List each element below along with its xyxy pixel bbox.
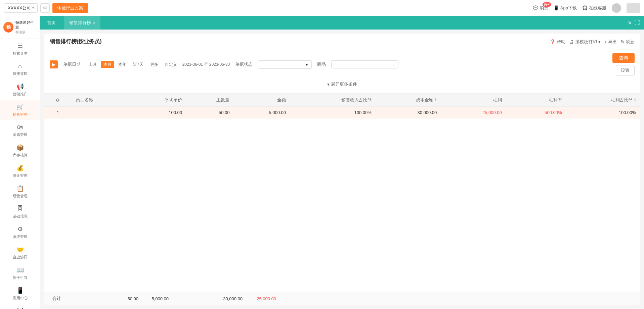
page-header: 销售排行榜(按业务员) ❓ 帮助 🖨 按模板打印 ▾ ↑ bbox=[44, 34, 640, 49]
print-button[interactable]: 🖨 按模板打印 ▾ bbox=[569, 39, 601, 45]
sidebar-icon-system: ⚙ bbox=[17, 225, 23, 233]
filter-row-1: ▶ 单据日期 上月 本月 本年 近7天 更多 自定义 2023-06-01 至 … bbox=[50, 53, 635, 76]
goods-input[interactable]: ... bbox=[331, 60, 398, 68]
sidebar-item-guide[interactable]: 📖 新手引导 bbox=[0, 263, 40, 284]
footer-label: 合计 bbox=[48, 296, 89, 302]
refresh-icon: ↻ bbox=[621, 39, 625, 44]
sidebar-item-sales[interactable]: 🛒 销售管理 bbox=[0, 100, 40, 120]
col-cost: 成本全额 ℹ bbox=[376, 94, 441, 107]
expand-more-btn[interactable]: ▾ 展开更多条件 bbox=[50, 79, 635, 89]
main-content: 首页 销售排行榜 × ✕ ⛶ 销售排行榜(按业务员) ❓ 帮助 bbox=[40, 16, 644, 309]
sidebar-icon-guide: 📖 bbox=[16, 266, 24, 274]
shortcut-this-year[interactable]: 本年 bbox=[116, 61, 129, 68]
sidebar-item-collab[interactable]: 🤝 企业协同 bbox=[0, 243, 40, 263]
sidebar-icon-quick-nav: ⌂ bbox=[18, 63, 22, 70]
sidebar-item-wechat[interactable]: 💬 企业微信 bbox=[0, 304, 40, 309]
app-download-button[interactable]: 📱 App下载 bbox=[554, 5, 577, 11]
expand-window-icon[interactable]: ⛶ bbox=[635, 20, 640, 26]
online-service-label: 在线客服 bbox=[589, 5, 606, 11]
settings-button[interactable]: 设置 bbox=[616, 65, 635, 76]
logo-line1: 畅康通好生意 bbox=[15, 20, 37, 30]
refresh-button[interactable]: ↻ 刷新 bbox=[621, 39, 635, 45]
shortcut-prev-month[interactable]: 上月 bbox=[86, 61, 99, 68]
message-button[interactable]: 💬 消息 99+ bbox=[533, 5, 548, 11]
print-chevron-icon: ▾ bbox=[598, 39, 601, 44]
gross-pct-info-icon[interactable]: ℹ bbox=[634, 98, 636, 102]
company-name: XXXXX公司 bbox=[8, 5, 31, 11]
sidebar-items-container: ☰ 搜索菜单 ⌂ 快捷导航 📢 营销推广 🛒 销售管理 🛍 采购管理 📦 库存核… bbox=[0, 39, 40, 309]
footer-qty: 50.00 bbox=[116, 296, 142, 301]
shortcut-custom[interactable]: 自定义 bbox=[162, 61, 180, 68]
sidebar-icon-basic: 🗄 bbox=[17, 205, 23, 212]
headset-icon: 🎧 bbox=[582, 5, 588, 10]
chevron-down-icon: ▾ bbox=[32, 6, 34, 10]
tab-close-icon[interactable]: × bbox=[93, 21, 95, 25]
sidebar-icon-collab: 🤝 bbox=[16, 246, 24, 253]
tab-sales-ranking[interactable]: 销售排行榜 × bbox=[64, 16, 100, 30]
chevron-down-expand-icon: ▾ bbox=[327, 82, 330, 87]
filter-area: ▶ 单据日期 上月 本月 本年 近7天 更多 自定义 2023-06-01 至 … bbox=[44, 49, 640, 94]
status-filter-label: 单据状态 bbox=[235, 61, 253, 67]
message-icon: 💬 bbox=[533, 5, 538, 10]
export-button[interactable]: ↑ 导出 bbox=[605, 39, 617, 45]
sidebar-icon-finance: 💰 bbox=[16, 164, 24, 172]
help-button[interactable]: ❓ 帮助 bbox=[550, 39, 565, 45]
goods-more-icon[interactable]: ... bbox=[391, 62, 395, 67]
page-actions: ❓ 帮助 🖨 按模板打印 ▾ ↑ 导出 ↻ bbox=[550, 39, 635, 45]
sidebar-item-basic[interactable]: 🗄 基础信息 bbox=[0, 202, 40, 222]
avatar[interactable] bbox=[612, 3, 621, 13]
cell-sales-pct: 100.00% bbox=[290, 107, 376, 119]
sidebar-icon-wechat: 💬 bbox=[16, 307, 24, 309]
page-card: 销售排行榜(按业务员) ❓ 帮助 🖨 按模板打印 ▾ ↑ bbox=[44, 34, 640, 305]
col-avg-price: 平均单价 bbox=[129, 94, 186, 107]
col-gross-rate: 毛利率 bbox=[506, 94, 566, 107]
cost-info-icon[interactable]: ℹ bbox=[435, 98, 437, 102]
query-button[interactable]: 查询 bbox=[612, 53, 635, 63]
logo-char: 畅 bbox=[6, 24, 11, 30]
sidebar-item-quick-nav[interactable]: ⌂ 快捷导航 bbox=[0, 59, 40, 80]
sidebar-label-marketing: 营销推广 bbox=[13, 92, 28, 97]
sidebar-item-apps[interactable]: 📱 应用中心 bbox=[0, 284, 40, 304]
print-label: 按模板打印 bbox=[575, 39, 597, 45]
help-label: 帮助 bbox=[557, 39, 565, 45]
shortcut-more[interactable]: 更多 bbox=[147, 61, 161, 68]
sidebar-label-ops: 经营管理 bbox=[13, 194, 28, 199]
sidebar-item-marketing[interactable]: 📢 营销推广 bbox=[0, 80, 40, 100]
sidebar-label-system: 系统管理 bbox=[13, 234, 28, 239]
sidebar-item-finance[interactable]: 💰 资金管理 bbox=[0, 161, 40, 182]
shortcut-this-month[interactable]: 本月 bbox=[101, 61, 114, 68]
sidebar-item-system[interactable]: ⚙ 系统管理 bbox=[0, 222, 40, 243]
sidebar-item-search[interactable]: ☰ 搜索菜单 bbox=[0, 39, 40, 59]
tab-bar: 首页 销售排行榜 × ✕ ⛶ bbox=[40, 16, 644, 30]
close-window-icon[interactable]: ✕ bbox=[628, 20, 632, 26]
sidebar-item-inventory[interactable]: 📦 库存核算 bbox=[0, 141, 40, 161]
trial-button[interactable]: 体验行业方案 bbox=[52, 3, 88, 13]
column-settings-icon: ⚙ bbox=[56, 98, 60, 103]
page-body: 销售排行榜(按业务员) ❓ 帮助 🖨 按模板打印 ▾ ↑ bbox=[40, 30, 644, 309]
sidebar-label-quick-nav: 快捷导航 bbox=[13, 71, 28, 76]
table-body: 1 100.00 50.00 5,000.00 100.00% 30,000.0… bbox=[44, 107, 640, 119]
data-table: ⚙ 员工名称 平均单价 主数量 全额 销售收入占比% 成本全额 ℹ 毛利 毛利率… bbox=[44, 94, 640, 119]
sidebar-logo: 畅 畅康通好生意 标准版 bbox=[0, 16, 40, 39]
sidebar-icon-marketing: 📢 bbox=[16, 83, 24, 90]
date-range-display: 2023-06-01 至 2023-06-30 bbox=[182, 62, 230, 67]
sidebar-icon-purchase: 🛍 bbox=[17, 124, 23, 131]
sidebar-label-apps: 应用中心 bbox=[13, 296, 28, 301]
col-qty: 主数量 bbox=[186, 94, 233, 107]
shortcut-7days[interactable]: 近7天 bbox=[130, 61, 146, 68]
gear-button[interactable]: ⚙ bbox=[40, 3, 50, 13]
status-select[interactable]: ▾ bbox=[258, 60, 312, 69]
sidebar-label-collab: 企业协同 bbox=[13, 255, 28, 260]
filter-toggle[interactable]: ▶ bbox=[50, 60, 58, 68]
col-settings[interactable]: ⚙ bbox=[44, 94, 72, 107]
sidebar-item-ops[interactable]: 📋 经营管理 bbox=[0, 182, 40, 202]
cell-avg-price: 100.00 bbox=[129, 107, 186, 119]
cell-amount: 5,000.00 bbox=[233, 107, 290, 119]
sidebar-item-purchase[interactable]: 🛍 采购管理 bbox=[0, 120, 40, 141]
online-service-button[interactable]: 🎧 在线客服 bbox=[582, 5, 606, 11]
tab-home[interactable]: 首页 bbox=[40, 16, 62, 30]
company-selector[interactable]: XXXXX公司 ▾ bbox=[4, 3, 38, 13]
footer-cost: 30,000.00 bbox=[213, 296, 247, 301]
cell-name bbox=[72, 107, 129, 119]
sidebar: 畅 畅康通好生意 标准版 ☰ 搜索菜单 ⌂ 快捷导航 📢 营销推广 🛒 销售管理… bbox=[0, 16, 40, 309]
